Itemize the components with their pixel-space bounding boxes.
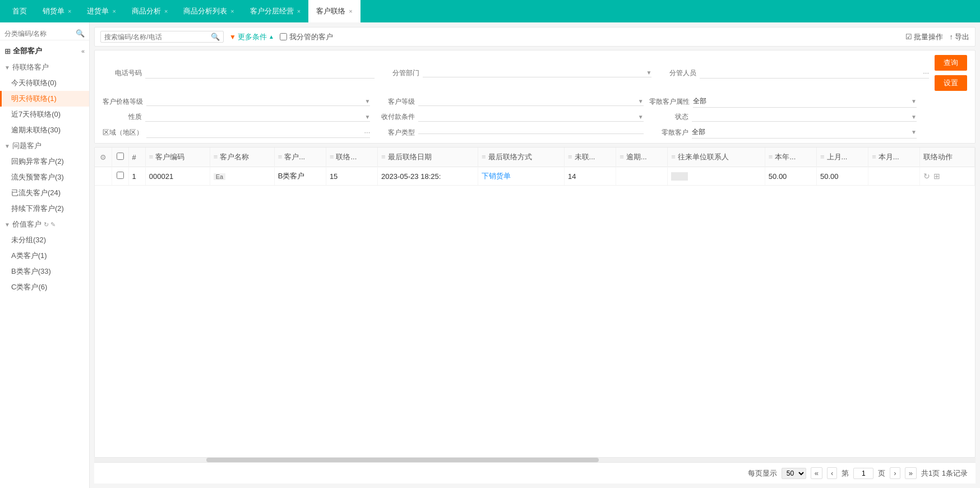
more-filters-button[interactable]: ▼ 更多条件 ▲ <box>229 32 274 42</box>
my-customers-checkbox[interactable]: 我分管的客户 <box>280 32 333 42</box>
sidebar-pending-section[interactable]: ▼ 待联络客户 <box>0 59 89 75</box>
nav-customer-contact[interactable]: 客户联络 × <box>308 0 360 22</box>
sidebar-search-icon: 🔍 <box>76 29 85 38</box>
row-this-year: 50.00 <box>765 167 816 186</box>
scrollbar-thumb[interactable] <box>206 458 599 462</box>
nav-customer-tier[interactable]: 客户分层经营 × <box>242 0 308 22</box>
my-customers-check[interactable] <box>280 33 287 40</box>
phone-input[interactable] <box>145 68 375 79</box>
sidebar-all-customers[interactable]: ⊞ 全部客户 « <box>0 43 89 59</box>
batch-action-button[interactable]: ☑ 批量操作 <box>905 32 943 42</box>
sidebar-problem-section[interactable]: ▼ 问题客户 <box>0 138 89 154</box>
manager-select[interactable]: ··· <box>700 67 929 79</box>
sidebar-today-pending[interactable]: 今天待联络(0) <box>0 75 89 91</box>
cust-type-select[interactable] <box>418 131 643 134</box>
first-page-button[interactable]: « <box>811 467 822 479</box>
area-ellipsis-icon: ··· <box>364 128 370 136</box>
sidebar-tomorrow-pending[interactable]: 明天待联络(1) <box>0 91 89 107</box>
nav-product-analysis[interactable]: 商品分析 × <box>124 0 175 22</box>
col-last-month: ≡上月... <box>817 148 868 167</box>
unit-contact-badge <box>671 172 688 181</box>
nav-sales-order[interactable]: 销货单 × <box>35 0 79 22</box>
filter-area: 区域（地区） ··· <box>103 127 370 138</box>
row-last-date: 2023-05-23 18:25: <box>378 167 478 186</box>
filter-row-3: 性质 ▼ 收付款条件 ▼ 状态 <box>103 112 967 122</box>
dept-select[interactable]: ▼ <box>423 68 652 77</box>
col-gear[interactable]: ⚙ <box>95 148 112 167</box>
search-input[interactable] <box>104 33 211 41</box>
collapse-sidebar-icon[interactable]: « <box>81 48 85 54</box>
sidebar-overdue-pending[interactable]: 逾期未联络(30) <box>0 122 89 138</box>
sidebar-7day-pending[interactable]: 近7天待联络(0) <box>0 107 89 122</box>
last-method-link[interactable]: 下销货单 <box>482 172 511 180</box>
sidebar-search-wrap: 🔍 <box>0 27 89 40</box>
sidebar-class-b[interactable]: B类客户(33) <box>0 264 89 279</box>
right-actions: ☑ 批量操作 ↑ 导出 <box>905 32 970 42</box>
sidebar-declining[interactable]: 持续下滑客户(2) <box>0 201 89 217</box>
gender-select[interactable]: ▼ <box>145 113 370 122</box>
name-badge: Ea <box>214 173 225 180</box>
select-all-checkbox[interactable] <box>117 153 124 160</box>
sidebar-repurchase-abnormal[interactable]: 回购异常客户(2) <box>0 154 89 169</box>
close-customer-contact-icon[interactable]: × <box>349 8 352 15</box>
close-customer-tier-icon[interactable]: × <box>297 8 301 15</box>
arrow-down-icon: ▼ <box>4 65 10 71</box>
filter-row-4: 区域（地区） ··· 客户类型 零散客户 全部 ▼ <box>103 126 967 139</box>
extended-filters: 电话号码 分管部门 ▼ 分管人员 ··· <box>94 50 976 144</box>
manager-ellipsis-icon: ··· <box>923 68 929 77</box>
last-page-button[interactable]: » <box>905 467 917 479</box>
filter-dept: 分管部门 ▼ <box>380 68 652 78</box>
table-row: 1 000021 Ea B类客户 15 2023-05-23 18:25: 下销… <box>95 167 975 186</box>
row-refresh-icon[interactable]: ↻ <box>923 172 930 181</box>
col-overdue: ≡逾期... <box>616 148 668 167</box>
retail-customer-select[interactable]: 全部 ▼ <box>692 126 917 139</box>
sidebar-value-section[interactable]: ▼ 价值客户 ↻ ✎ <box>0 217 89 232</box>
set-button[interactable]: 设置 <box>935 75 967 91</box>
row-action-icons: ↻ ⊞ <box>923 172 971 181</box>
row-last-method: 下销货单 <box>478 167 565 186</box>
row-checkbox[interactable] <box>117 172 124 179</box>
dept-arrow-icon: ▼ <box>646 70 651 76</box>
col-unit-contact: ≡往来单位联系人 <box>668 148 765 167</box>
page-label: 第 <box>842 468 849 478</box>
filter-actions: 查询 设置 <box>935 55 967 91</box>
col-this-month: ≡本月... <box>868 148 920 167</box>
sidebar-churned[interactable]: 已流失客户(24) <box>0 185 89 201</box>
prev-page-button[interactable]: ‹ <box>827 467 837 479</box>
close-product-analysis-icon[interactable]: × <box>164 8 168 15</box>
close-product-analysis-list-icon[interactable]: × <box>230 8 234 15</box>
row-grid-icon[interactable]: ⊞ <box>933 172 940 181</box>
sidebar-class-a[interactable]: A类客户(1) <box>0 248 89 264</box>
query-button[interactable]: 查询 <box>935 55 967 71</box>
export-button[interactable]: ↑ 导出 <box>950 32 970 42</box>
chevron-up-icon: ▲ <box>269 34 274 40</box>
next-page-button[interactable]: › <box>890 467 900 479</box>
search-icon: 🔍 <box>211 33 220 41</box>
payment-select[interactable]: ▼ <box>418 113 643 122</box>
nav-home[interactable]: 首页 <box>4 0 35 22</box>
sidebar-class-c[interactable]: C类客户(6) <box>0 279 89 295</box>
sidebar-churn-warning[interactable]: 流失预警客户(3) <box>0 169 89 185</box>
close-sales-order-icon[interactable]: × <box>68 8 71 15</box>
arrow-down-icon-3: ▼ <box>4 222 10 228</box>
filter-retail-attr: 零散客户属性 全部 ▼ <box>649 95 917 108</box>
row-overdue <box>616 167 668 186</box>
filter-row-1: 电话号码 分管部门 ▼ 分管人员 ··· <box>103 55 967 91</box>
horizontal-scrollbar[interactable] <box>94 458 976 462</box>
row-last-month: 50.00 <box>817 167 868 186</box>
nav-product-analysis-list[interactable]: 商品分析列表 × <box>175 0 242 22</box>
arrow-down-icon-2: ▼ <box>4 143 10 149</box>
sidebar-ungrouped[interactable]: 未分组(32) <box>0 232 89 248</box>
price-level-select[interactable]: ▼ <box>146 97 370 106</box>
nav-purchase-order[interactable]: 进货单 × <box>79 0 123 22</box>
close-purchase-order-icon[interactable]: × <box>112 8 115 15</box>
status-select[interactable]: ▼ <box>692 113 917 122</box>
customer-level-select[interactable]: ▼ <box>418 97 643 106</box>
filter-manager: 分管人员 ··· <box>657 67 929 79</box>
page-number-input[interactable] <box>853 468 873 479</box>
sidebar-search-input[interactable] <box>4 30 76 38</box>
page-size-select[interactable]: 50 <box>782 468 806 479</box>
retail-attr-select[interactable]: 全部 ▼ <box>693 95 917 108</box>
area-select[interactable]: ··· <box>146 127 370 138</box>
col-checkbox <box>112 148 128 167</box>
